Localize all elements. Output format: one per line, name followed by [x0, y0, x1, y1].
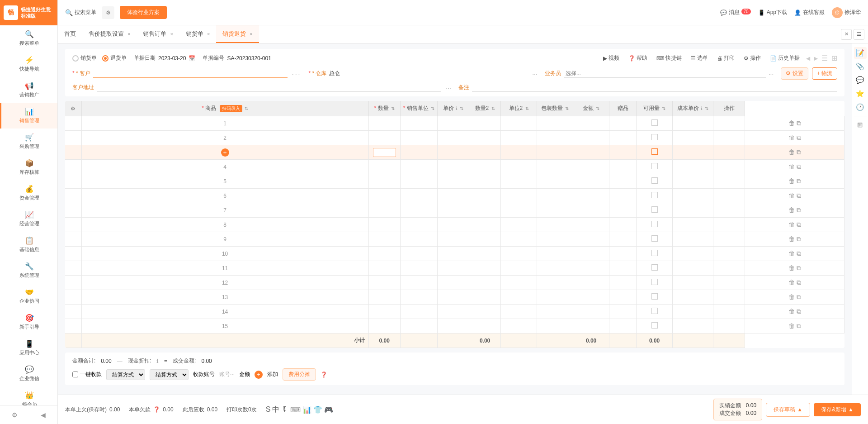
toolbar-icon-6[interactable]: 👕: [313, 405, 322, 414]
cost-cell[interactable]: [713, 247, 745, 261]
pack-cell[interactable]: [573, 232, 609, 247]
available-cell[interactable]: [673, 319, 713, 333]
sidebar-item-finance[interactable]: 💰 资金管理: [0, 180, 57, 206]
delete-row-btn[interactable]: 🗑: [788, 148, 795, 156]
search-menu-btn[interactable]: 🔍 搜索菜单: [65, 9, 96, 16]
rs-btn-attachment[interactable]: 📎: [854, 61, 867, 72]
qty2-cell[interactable]: [501, 160, 537, 174]
action-print[interactable]: 🖨 打印: [714, 53, 737, 63]
customer-dots-btn[interactable]: ···: [292, 70, 302, 77]
qty-cell[interactable]: [400, 319, 437, 333]
qty2-cell[interactable]: [501, 290, 537, 305]
tab-sale-price[interactable]: 售价提取设置 ×: [82, 25, 137, 43]
customer-service-btn[interactable]: 👤 在线客服: [794, 9, 825, 16]
qty-cell[interactable]: [400, 131, 437, 145]
cost-cell[interactable]: [713, 145, 745, 160]
delete-row-btn[interactable]: 🗑: [788, 308, 795, 315]
rs-btn-note[interactable]: 📝: [854, 47, 867, 59]
toolbar-icon-2[interactable]: 中: [272, 405, 279, 414]
amount-cell[interactable]: [609, 276, 637, 290]
price-cell[interactable]: [469, 232, 501, 247]
sidebar-item-guide[interactable]: 🎯 新手引导: [0, 309, 57, 335]
price-cell[interactable]: [469, 319, 501, 333]
pack-cell[interactable]: [573, 276, 609, 290]
qty2-cell[interactable]: [501, 305, 537, 319]
account-select-btn[interactable]: 账号···: [219, 371, 235, 378]
sidebar-item-apps[interactable]: 📱 应用中心: [0, 335, 57, 361]
product-cell[interactable]: [368, 189, 400, 203]
fee-help-icon[interactable]: ❓: [321, 372, 327, 378]
cost-sort-icon[interactable]: ⇅: [705, 106, 708, 111]
pack-cell[interactable]: [573, 261, 609, 276]
unit2-cell[interactable]: [537, 203, 573, 218]
unit-cell[interactable]: [438, 131, 469, 145]
copy-row-btn[interactable]: ⧉: [797, 134, 801, 141]
save-draft-btn[interactable]: 保存草稿 ▲: [766, 403, 810, 417]
product-cell[interactable]: [368, 218, 400, 232]
unit2-cell[interactable]: [537, 131, 573, 145]
pack-cell[interactable]: [573, 305, 609, 319]
unit-cell[interactable]: [438, 276, 469, 290]
price-cell[interactable]: [469, 218, 501, 232]
qty2-cell[interactable]: [501, 189, 537, 203]
action-select[interactable]: ☰ 选单: [688, 53, 711, 63]
action-operation[interactable]: ⚙ 操作: [741, 53, 764, 63]
pack-cell[interactable]: [573, 290, 609, 305]
copy-row-btn[interactable]: ⧉: [797, 221, 801, 228]
pack-cell[interactable]: [573, 189, 609, 203]
gift-cell[interactable]: [637, 174, 673, 189]
unit2-cell[interactable]: [537, 160, 573, 174]
radio-return-goods[interactable]: 退货单: [102, 54, 127, 62]
remark-input[interactable]: [472, 83, 837, 92]
gift-checkbox[interactable]: [651, 264, 658, 271]
cost-cell[interactable]: [713, 160, 745, 174]
unit-cell[interactable]: [438, 174, 469, 189]
copy-row-btn[interactable]: ⧉: [797, 308, 801, 315]
pack-cell[interactable]: [573, 131, 609, 145]
delete-row-btn[interactable]: 🗑: [788, 293, 795, 300]
gift-cell[interactable]: [637, 232, 673, 247]
available-cell[interactable]: [673, 218, 713, 232]
col-header-settings[interactable]: ⚙: [65, 101, 81, 116]
scan-input-btn[interactable]: 扫码录入: [220, 105, 242, 112]
qty-cell[interactable]: [400, 261, 437, 276]
gift-checkbox[interactable]: [651, 322, 658, 329]
copy-row-btn[interactable]: ⧉: [797, 206, 801, 214]
sidebar-item-search[interactable]: 🔍 搜索菜单: [0, 25, 57, 51]
salesperson-dots-btn[interactable]: ···: [769, 70, 774, 77]
unit-cell[interactable]: [438, 290, 469, 305]
unit2-cell[interactable]: [537, 319, 573, 333]
gift-checkbox[interactable]: [651, 192, 658, 198]
rs-btn-star[interactable]: ⭐: [854, 88, 867, 100]
product-cell[interactable]: [368, 116, 400, 131]
tabs-close-btn[interactable]: ✕: [841, 29, 852, 40]
available-cell[interactable]: [673, 116, 713, 131]
gift-checkbox[interactable]: [651, 148, 658, 155]
unit-cell[interactable]: [438, 247, 469, 261]
unit-cell[interactable]: [438, 189, 469, 203]
price-cell[interactable]: [469, 116, 501, 131]
qty2-cell[interactable]: [501, 319, 537, 333]
qty-cell[interactable]: [400, 145, 437, 160]
available-cell[interactable]: [673, 131, 713, 145]
qty2-cell[interactable]: [501, 174, 537, 189]
pack-cell[interactable]: [573, 247, 609, 261]
sidebar-item-system[interactable]: 🔧 系统管理: [0, 257, 57, 283]
price-sort-icon[interactable]: ⇅: [460, 106, 463, 111]
unit-cell[interactable]: [438, 116, 469, 131]
cost-cell[interactable]: [713, 218, 745, 232]
gift-checkbox[interactable]: [651, 206, 658, 213]
pack-cell[interactable]: [573, 203, 609, 218]
qty-cell[interactable]: [400, 203, 437, 218]
available-cell[interactable]: [673, 276, 713, 290]
gift-cell[interactable]: [637, 189, 673, 203]
tab-sale-price-close[interactable]: ×: [127, 31, 130, 37]
amount-cell[interactable]: [609, 116, 637, 131]
qty-cell[interactable]: [400, 160, 437, 174]
delete-row-btn[interactable]: 🗑: [788, 322, 795, 329]
qty2-cell[interactable]: [501, 261, 537, 276]
tab-sale-order-close[interactable]: ×: [170, 31, 173, 37]
delete-row-btn[interactable]: 🗑: [788, 177, 795, 185]
cost-cell[interactable]: [713, 116, 745, 131]
available-cell[interactable]: [673, 189, 713, 203]
